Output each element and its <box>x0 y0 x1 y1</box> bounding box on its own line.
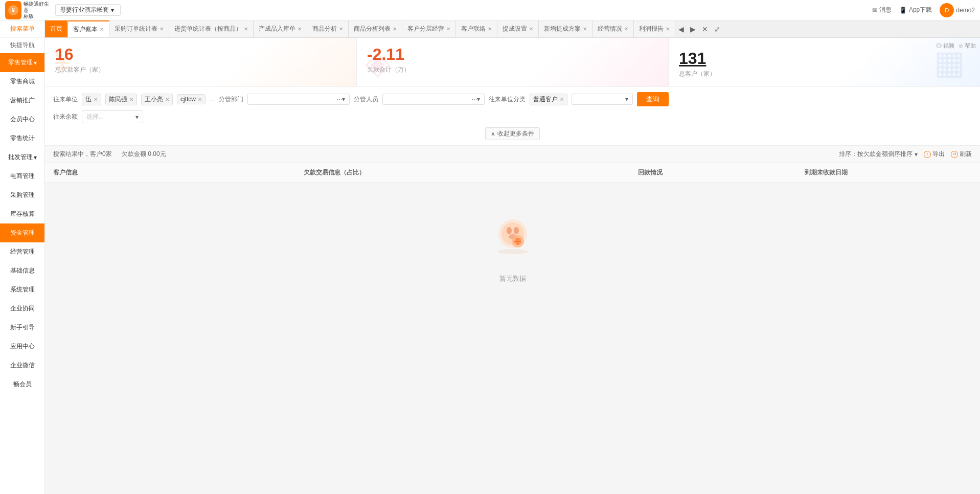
col-debt-info: 欠款交易信息（占比） <box>304 168 637 177</box>
tab-home[interactable]: 首页 <box>45 20 68 38</box>
help-btn[interactable]: ⊙ 帮助 <box>959 42 976 50</box>
tab-next-btn[interactable]: ▶ <box>687 25 699 33</box>
balance-filter-label: 往来余额 <box>53 113 78 121</box>
sidebar-item-basic-info[interactable]: 基础信息 <box>0 261 44 280</box>
tab-new-commission[interactable]: 新增提成方案 ✕ <box>539 20 592 38</box>
tab-close-profit-report[interactable]: ✕ <box>666 26 670 32</box>
remove-unit4-btn[interactable]: ✕ <box>198 97 202 102</box>
tab-close-customer-contact[interactable]: ✕ <box>488 26 492 32</box>
chevron-icon: ▾ <box>34 59 37 66</box>
tab-close-incoming-stats[interactable]: ✕ <box>244 26 248 32</box>
tab-customer-accounts[interactable]: 客户账本 ✕ <box>68 20 109 38</box>
sidebar-search[interactable]: 搜索菜单 <box>0 20 44 38</box>
balance-select[interactable]: 选择... ▾ <box>82 110 143 123</box>
sidebar-item-marketing[interactable]: 营销推广 <box>0 91 44 110</box>
summary-card-total-customers: ▦ ◎ 视频 ⊙ 帮助 131 总客户（家） <box>669 38 980 86</box>
sidebar-item-member[interactable]: 畅会员 <box>0 375 44 394</box>
sidebar-item-member-center[interactable]: 会员中心 <box>0 110 44 129</box>
person-more-icon: ··· <box>472 96 477 103</box>
message-icon: ✉ <box>872 7 877 14</box>
sidebar-item-inventory[interactable]: 库存核算 <box>0 205 44 223</box>
tab-maximize-btn[interactable]: ⤢ <box>711 25 723 33</box>
sidebar-item-retail-mgmt[interactable]: 零售管理 ▾ <box>0 53 44 72</box>
sidebar-item-new-guide[interactable]: 新手引导 <box>0 318 44 337</box>
tab-ops-status[interactable]: 经营情况 ✕ <box>592 20 634 38</box>
tab-prev-btn[interactable]: ◀ <box>675 25 687 33</box>
tab-close-new-commission[interactable]: ✕ <box>583 26 587 32</box>
remove-unit2-btn[interactable]: ✕ <box>129 97 133 102</box>
tab-product-analysis-list[interactable]: 商品分析列表 ✕ <box>349 20 402 38</box>
balance-dropdown-icon: ▾ <box>135 114 139 121</box>
tab-close-product-analysis[interactable]: ✕ <box>339 26 343 32</box>
card1-label: 总欠款客户（家） <box>55 65 346 74</box>
tab-commission-settings[interactable]: 提成设置 ✕ <box>497 20 539 38</box>
tab-close-customer-accounts[interactable]: ✕ <box>100 27 104 32</box>
tab-product-analysis[interactable]: 商品分析 ✕ <box>307 20 349 38</box>
query-btn[interactable]: 查询 <box>637 92 669 106</box>
category-select[interactable]: ▾ <box>572 94 633 105</box>
remove-unit1-btn[interactable]: ✕ <box>94 97 98 102</box>
dept-select[interactable]: ··· ▾ <box>247 94 350 105</box>
sidebar-item-sys-mgmt[interactable]: 系统管理 <box>0 280 44 299</box>
sidebar-quick-nav[interactable]: 快捷导航 <box>0 38 44 53</box>
tab-close-ops-status[interactable]: ✕ <box>624 26 628 32</box>
filter-tag-category1: 普通客户 ✕ <box>530 94 567 105</box>
refresh-btn[interactable]: ↺ 刷新 <box>951 150 972 159</box>
logo-area: ¥ 畅捷通好生意 标版 <box>5 1 50 19</box>
summary-row: ¥ 16 总欠款客户（家） ◈ -2.11 欠款合计（万） ▦ ◎ 视频 ⊙ 帮… <box>45 38 980 87</box>
sidebar-item-purchase-mgmt[interactable]: 采购管理 <box>0 186 44 205</box>
remove-category1-btn[interactable]: ✕ <box>560 97 564 102</box>
top-right: ✉ 消息 📱 App下载 D demo2 <box>872 3 975 17</box>
tab-close-customer-segment[interactable]: ✕ <box>446 26 450 32</box>
dept-dropdown-icon: ▾ <box>342 96 345 103</box>
sidebar-item-retail-stats[interactable]: 零售统计 <box>0 129 44 148</box>
col-repayment: 回款情况 <box>638 168 805 177</box>
message-btn[interactable]: ✉ 消息 <box>872 6 892 14</box>
tab-purchase-stats[interactable]: 采购订单统计表 ✕ <box>109 20 169 38</box>
more-unit-tags[interactable]: ... <box>210 96 215 103</box>
export-icon: ↑ <box>924 151 931 158</box>
collapse-icon: ∧ <box>491 130 495 138</box>
tab-profit-report[interactable]: 利润报告 ✕ <box>634 20 675 38</box>
tab-close-product-analysis-list[interactable]: ✕ <box>393 26 397 32</box>
remove-unit3-btn[interactable]: ✕ <box>165 97 169 102</box>
col-customer-info: 客户信息 <box>53 168 304 177</box>
app-download-btn[interactable]: 📱 App下载 <box>899 6 932 14</box>
sidebar-item-wholesale-mgmt[interactable]: 批发管理 ▾ <box>0 148 44 167</box>
export-btn[interactable]: ↑ 导出 <box>924 150 945 159</box>
dept-filter-label: 分管部门 <box>219 95 243 104</box>
tab-close-commission-settings[interactable]: ✕ <box>529 26 533 32</box>
user-area[interactable]: D demo2 <box>940 3 975 17</box>
video-btn[interactable]: ◎ 视频 <box>936 42 954 50</box>
main-layout: 搜索菜单 快捷导航 零售管理 ▾ 零售商城 营销推广 会员中心 零售统计 批发管… <box>0 20 980 494</box>
tab-production-inbound[interactable]: 产成品入库单 ✕ <box>254 20 307 38</box>
sidebar-item-ecommerce-mgmt[interactable]: 电商管理 <box>0 167 44 186</box>
sidebar-item-retail-mall[interactable]: 零售商城 <box>0 72 44 91</box>
result-bar: 搜索结果中，客户0家 欠款金额 0.00元 排序：按欠款金额倒序排序 ▾ ↑ 导… <box>45 146 980 163</box>
table-header: 客户信息 欠款交易信息（占比） 回款情况 到期未收款日期 <box>45 163 980 183</box>
download-icon: 📱 <box>899 7 907 14</box>
tab-close-purchase-stats[interactable]: ✕ <box>159 26 164 32</box>
tab-customer-segment[interactable]: 客户分层经营 ✕ <box>402 20 456 38</box>
top-bar: ¥ 畅捷通好生意 标版 母婴行业演示帐套 ▾ ✉ 消息 📱 App下载 D de… <box>0 0 980 20</box>
tab-incoming-stats[interactable]: 进货单统计表（按商品） ✕ <box>169 20 254 38</box>
filter-tag-unit2: 陈民强 ✕ <box>105 94 137 105</box>
sidebar-item-capital-mgmt[interactable]: 资金管理 <box>0 223 44 242</box>
username: demo2 <box>956 7 975 14</box>
sidebar-item-ops-mgmt[interactable]: 经营管理 <box>0 242 44 261</box>
person-select[interactable]: ··· ▾ <box>382 94 485 105</box>
empty-state: 暂无数据 <box>45 183 980 314</box>
sort-btn[interactable]: 排序：按欠款金额倒序排序 ▾ <box>839 150 918 159</box>
tab-customer-contact[interactable]: 客户联络 ✕ <box>456 20 497 38</box>
collapse-btn[interactable]: ∧ 收起更多条件 <box>485 127 540 140</box>
tab-close-production-inbound[interactable]: ✕ <box>298 26 302 32</box>
card2-value: -2.11 <box>367 46 658 62</box>
card3-label: 总客户（家） <box>679 70 970 78</box>
sidebar-item-app-center[interactable]: 应用中心 <box>0 337 44 356</box>
tab-close-all-btn[interactable]: ✕ <box>699 25 711 33</box>
sidebar-item-enterprise-wx[interactable]: 企业微信 <box>0 356 44 375</box>
category-filter-label: 往来单位分类 <box>489 95 526 104</box>
logo-text: 畅捷通好生意 标版 <box>24 1 51 19</box>
sidebar-item-enterprise-collab[interactable]: 企业协同 <box>0 299 44 318</box>
enterprise-select[interactable]: 母婴行业演示帐套 ▾ <box>55 4 121 16</box>
